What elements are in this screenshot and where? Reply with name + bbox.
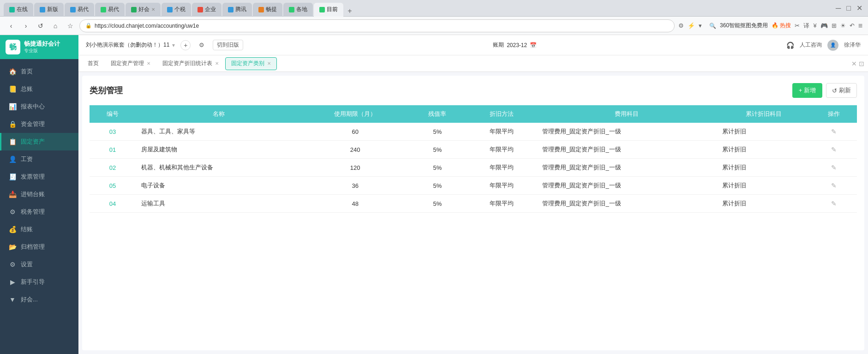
sidebar-item-settings-label: 设置 [21,260,33,269]
col-header-name: 名称 [136,105,302,123]
period-info: 账期 2023-12 📅 [493,41,537,49]
maximize-button[interactable]: □ [844,4,853,12]
cut-icon[interactable]: ✂ [795,22,800,29]
browser-tab-4[interactable]: 易代 [95,3,125,17]
game-icon[interactable]: 🎮 [820,22,828,29]
close-tab-fixed-assets-mgmt[interactable]: ✕ [147,61,150,66]
browser-tab-8[interactable]: 腾讯 [222,3,252,17]
table-row: 01 房屋及建筑物 240 5% 年限平均 管理费用_固定资产折旧_一级 累计折… [90,141,857,159]
cell-action-3: ✎ [811,177,857,195]
sidebar-item-settings[interactable]: ⚙ 设置 [0,256,78,273]
cell-action-4: ✎ [811,195,857,213]
edit-button-0[interactable]: ✎ [831,128,837,135]
new-tab-button[interactable]: + [344,6,355,17]
sidebar-item-payroll[interactable]: 👤 工资 [0,150,78,168]
switch-version-button[interactable]: 切到旧版 [213,40,243,50]
topbar-add-button[interactable]: + [180,40,191,50]
browser-tab-6[interactable]: 个税 [162,3,191,17]
browser-tab-10[interactable]: 各地 [283,3,313,17]
code-link-2[interactable]: 02 [109,164,116,171]
calendar-icon[interactable]: 📅 [530,42,537,48]
code-link-3[interactable]: 05 [109,182,116,189]
sidebar-item-reports[interactable]: 📊 报表中心 [0,98,78,115]
topbar-settings-button[interactable]: ⚙ [196,40,207,51]
ledger-icon: 📒 [9,85,16,93]
sidebar-item-more[interactable]: ▼ 好会... [0,291,78,308]
cell-period-0: 60 [302,123,408,141]
close-tab-5[interactable]: ✕ [151,7,155,12]
col-header-method: 折旧方法 [467,105,537,123]
browser-tab-1[interactable]: 在线 [4,3,33,17]
sidebar-item-guide[interactable]: ▶ 新手引导 [0,273,78,291]
browser-tab-3[interactable]: 易代 [65,3,94,17]
tab-fixed-assets-category[interactable]: 固定资产类别 ✕ [225,57,277,70]
grid-icon[interactable]: ⊞ [832,22,837,29]
edit-button-3[interactable]: ✎ [831,182,837,189]
forward-button[interactable]: › [20,20,31,31]
edit-button-1[interactable]: ✎ [831,146,837,153]
edit-button-2[interactable]: ✎ [831,164,837,171]
address-bar[interactable]: 🔒 https://cloud.chanjet.com/accounting/u… [79,19,675,32]
brightness-icon[interactable]: ☀ [840,22,846,29]
expand-icon[interactable]: ▾ [699,22,702,29]
cell-code-1: 01 [90,141,136,159]
cell-method-3: 年限平均 [467,177,537,195]
edit-button-4[interactable]: ✎ [831,200,837,207]
sidebar-item-tax[interactable]: ⚙ 税务管理 [0,203,78,221]
table-row: 05 电子设备 36 5% 年限平均 管理费用_固定资产折旧_一级 累计折旧 ✎ [90,177,857,195]
browser-tab-2[interactable]: 新版 [34,3,64,17]
reload-button[interactable]: ↺ [35,20,46,31]
close-tab-fixed-assets-category[interactable]: ✕ [267,61,271,66]
sidebar-item-invoices-label: 发票管理 [21,173,45,181]
back-button[interactable]: ‹ [6,20,17,31]
sidebar-item-archive[interactable]: 📂 归档管理 [0,238,78,256]
search-icon: 🔍 [709,23,716,29]
sidebar-item-settlement[interactable]: 💰 结账 [0,221,78,238]
undo-icon[interactable]: ↶ [850,22,855,29]
close-tab-depreciation-report[interactable]: ✕ [215,61,219,66]
sidebar-item-capital[interactable]: 🔒 资金管理 [0,115,78,133]
tab-home[interactable]: 首页 [82,57,104,70]
expand-tabs-icon[interactable]: ⊡ [859,60,864,67]
code-link-1[interactable]: 01 [109,146,116,153]
browser-tab-5[interactable]: 好会 ✕ [126,3,161,17]
sidebar-item-inventory[interactable]: 📥 进销台账 [0,186,78,203]
tab-fixed-assets-mgmt[interactable]: 固定资产管理 ✕ [105,57,156,70]
table-row: 04 运输工具 48 5% 年限平均 管理费用_固定资产折旧_一级 累计折旧 ✎ [90,195,857,213]
sidebar-item-home[interactable]: 🏠 首页 [0,63,78,80]
top-bar-right: 🎧 人工咨询 👤 徐泽华 [786,40,861,51]
sidebar-item-invoices[interactable]: 🧾 发票管理 [0,168,78,186]
browser-tab-11[interactable]: 目前 [314,3,343,17]
sidebar-item-ledger[interactable]: 📒 总账 [0,80,78,98]
category-table: 编号 名称 使用期限（月） 残值率 折旧方法 费用科目 累计折旧科目 操作 03… [90,105,857,213]
period-value: 2023-12 [507,42,527,48]
sidebar-logo: 畅 畅捷通好会计 专业版 [0,35,78,59]
minimize-button[interactable]: ─ [834,4,843,12]
fixed-assets-icon: 📋 [9,138,16,145]
refresh-button[interactable]: ↺ 刷新 [826,83,857,98]
tab-depreciation-report[interactable]: 固定资产折旧统计表 ✕ [157,57,224,70]
site-settings-icon[interactable]: ⚙ [678,22,684,29]
code-link-0[interactable]: 03 [109,128,116,135]
payroll-icon: 👤 [9,156,16,163]
cell-period-4: 48 [302,195,408,213]
service-label[interactable]: 人工咨询 [800,41,822,49]
wallet-icon[interactable]: ¥ [813,22,816,29]
col-header-period: 使用期限（月） [302,105,408,123]
browser-tab-7[interactable]: 企业 [192,3,221,17]
bookmark-button[interactable]: ☆ [65,20,76,31]
browser-tab-9[interactable]: 畅提 [253,3,282,17]
translate-icon[interactable]: 译 [803,22,809,30]
table-row: 03 器具、工具、家具等 60 5% 年限平均 管理费用_固定资产折旧_一级 累… [90,123,857,141]
col-header-code: 编号 [90,105,136,123]
code-link-4[interactable]: 04 [109,200,116,207]
app-container: 畅 畅捷通好会计 专业版 🏠 首页 📒 总账 📊 报表中心 🔒 资金管理 [0,35,868,354]
close-window-button[interactable]: ✕ [855,4,864,12]
add-category-button[interactable]: + 新增 [792,83,822,98]
extensions-icon[interactable]: ⚡ [688,22,695,29]
close-all-icon[interactable]: ✕ [851,60,857,67]
cell-residual-4: 5% [408,195,467,213]
menu-icon[interactable]: ≡ [858,22,862,30]
sidebar-item-fixed-assets[interactable]: 📋 固定资产 [0,133,78,150]
home-button[interactable]: ⌂ [50,20,61,31]
